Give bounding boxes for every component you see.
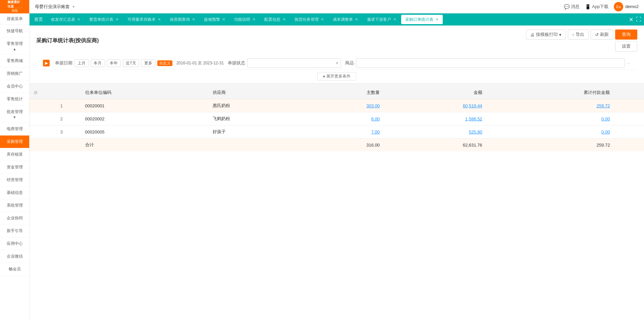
sidebar-search[interactable]: 搜索菜单 bbox=[0, 13, 29, 25]
date-btn-more[interactable]: 更多 bbox=[141, 59, 155, 67]
data-table-container: ⚙ 往来单位编码 供应商 主数量 金额 累计付款金额 1 bbox=[30, 86, 644, 321]
sidebar-item-member[interactable]: 会员中心 bbox=[0, 80, 29, 93]
status-label: 单据状态 bbox=[228, 60, 245, 66]
data-table: ⚙ 往来单位编码 供应商 主数量 金额 累计付款金额 1 bbox=[30, 86, 644, 151]
sidebar-item-inventory[interactable]: 库存核算 bbox=[0, 148, 29, 161]
print-button[interactable]: 🖨 按模板打印 ▾ bbox=[526, 30, 566, 40]
search-menu-label[interactable]: 搜索菜单 bbox=[2, 16, 27, 22]
message-button[interactable]: 💬 消息 bbox=[564, 4, 580, 10]
row3-gear bbox=[30, 125, 42, 139]
tab-collect-close[interactable]: ✕ bbox=[77, 17, 80, 22]
row1-paid[interactable]: 259.72 bbox=[486, 99, 614, 112]
tab-overstock[interactable]: 超储预警 ✕ bbox=[200, 15, 229, 24]
tab-overstock-close[interactable]: ✕ bbox=[222, 17, 225, 22]
footer-gear bbox=[30, 139, 42, 152]
refresh-button[interactable]: ↺ 刷新 bbox=[591, 30, 613, 40]
row3-amount[interactable]: 525.80 bbox=[384, 125, 486, 139]
custom-tag: 自定义 bbox=[157, 60, 172, 66]
row3-paid[interactable]: 0.00 bbox=[486, 125, 614, 139]
settings-button[interactable]: 设置 bbox=[615, 41, 637, 52]
sidebar-item-quick-nav[interactable]: 快捷导航 bbox=[0, 25, 29, 38]
app-logo: 畅捷通好生意 标版 bbox=[0, 0, 29, 13]
tab-expiry-label: 保质期查询 bbox=[170, 17, 190, 22]
app-label: App下载 bbox=[592, 4, 608, 10]
tab-goods-stat-close[interactable]: ✕ bbox=[115, 17, 119, 22]
row1-qty[interactable]: 303.00 bbox=[304, 99, 384, 112]
sidebar-item-ops[interactable]: 经营管理 bbox=[0, 174, 29, 186]
tab-stock-book-label: 可用量库存账本 bbox=[127, 17, 156, 22]
user-area[interactable]: Ea demo2 bbox=[614, 2, 639, 11]
tab-cost-adj[interactable]: 成本调整单 ✕ bbox=[329, 15, 362, 24]
tab-pick-task-label: 拣货任务管理 bbox=[294, 17, 319, 22]
sidebar-item-retail-mall[interactable]: 零售商城 bbox=[0, 55, 29, 67]
tab-cost-adj-close[interactable]: ✕ bbox=[355, 17, 358, 22]
tab-pick-task-close[interactable]: ✕ bbox=[321, 17, 324, 22]
row2-supplier: 飞鹤奶粉 bbox=[209, 112, 304, 125]
row1-extra bbox=[614, 99, 644, 112]
tab-invite[interactable]: 邀请下游客户 ✕ bbox=[363, 15, 400, 24]
sidebar-item-enterprise[interactable]: 企业协同 bbox=[0, 212, 29, 225]
export-button[interactable]: ↑ 导出 bbox=[568, 30, 589, 40]
row2-qty[interactable]: 6.00 bbox=[304, 112, 384, 125]
tab-invite-close[interactable]: ✕ bbox=[393, 17, 396, 22]
tab-stock-book[interactable]: 可用量库存账本 ✕ bbox=[123, 15, 165, 24]
tab-bar: 首页 收发存汇总表 ✕ 要货单统计表 ✕ 可用量库存账本 ✕ 保质期查询 ✕ 超… bbox=[30, 13, 644, 25]
sidebar-item-purchase[interactable]: 采购管理 bbox=[0, 136, 29, 148]
goods-more-icon[interactable]: ··· bbox=[627, 61, 631, 66]
col-num-header bbox=[42, 86, 81, 99]
date-btn-this-year[interactable]: 本年 bbox=[107, 59, 121, 67]
date-btn-7days[interactable]: 近7天 bbox=[123, 59, 139, 67]
top-bar: 母婴行业演示账套 ▾ 💬 消息 📱 App下载 Ea demo2 bbox=[30, 0, 644, 13]
sidebar-item-finance[interactable]: 资金管理 bbox=[0, 161, 29, 174]
expand-filters-button[interactable]: ▾ 展开更多条件 bbox=[317, 72, 356, 81]
footer-label: 合计 bbox=[81, 139, 304, 152]
tab-home[interactable]: 首页 bbox=[31, 16, 46, 22]
username[interactable]: demo2 bbox=[625, 4, 639, 9]
date-btn-last-month[interactable]: 上月 bbox=[74, 59, 89, 67]
sidebar-item-retail-stat[interactable]: 零售统计 bbox=[0, 93, 29, 106]
row2-amount[interactable]: 1,586.52 bbox=[384, 112, 486, 125]
app-download-button[interactable]: 📱 App下载 bbox=[585, 4, 608, 10]
tab-stock-book-close[interactable]: ✕ bbox=[158, 17, 161, 22]
query-button[interactable]: 查询 bbox=[615, 30, 637, 40]
row3-qty[interactable]: 7.00 bbox=[304, 125, 384, 139]
row1-amount[interactable]: 60,519.44 bbox=[384, 99, 486, 112]
filter-goods: 商品 ··· bbox=[345, 58, 631, 68]
sidebar-item-ecom[interactable]: 电商管理 bbox=[0, 123, 29, 136]
tab-collect-label: 收发存汇总表 bbox=[51, 17, 75, 22]
table-gear-icon[interactable]: ⚙ bbox=[34, 90, 38, 95]
tab-goods-stat[interactable]: 要货单统计表 ✕ bbox=[85, 15, 123, 24]
status-select[interactable]: ▾ bbox=[247, 58, 341, 68]
tab-config[interactable]: 配置信息 ✕ bbox=[260, 15, 290, 24]
goods-input[interactable] bbox=[356, 58, 625, 68]
tab-config-label: 配置信息 bbox=[264, 17, 280, 22]
col-qty-header: 主数量 bbox=[304, 86, 384, 99]
tab-help[interactable]: 功能说明 ✕ bbox=[230, 15, 260, 24]
tab-expand-button[interactable]: ⛶ bbox=[636, 16, 641, 22]
logo-sub: 标版 bbox=[12, 9, 18, 13]
sidebar-item-wechat[interactable]: 企业微信 bbox=[0, 250, 29, 263]
tab-expiry-close[interactable]: ✕ bbox=[192, 17, 195, 22]
row1-gear bbox=[30, 99, 42, 112]
sidebar-item-marketing[interactable]: 营销推广 bbox=[0, 67, 29, 80]
row2-paid[interactable]: 0.00 bbox=[486, 112, 614, 125]
tab-close-all-button[interactable]: ✕ bbox=[629, 16, 633, 23]
tab-collect[interactable]: 收发存汇总表 ✕ bbox=[47, 15, 85, 24]
tab-purchase-stat[interactable]: 采购订单统计表 ✕ bbox=[401, 15, 443, 24]
sidebar-item-basic[interactable]: 基础信息 bbox=[0, 186, 29, 199]
filter-toggle-button[interactable]: ▶ bbox=[43, 60, 50, 66]
tab-help-close[interactable]: ✕ bbox=[252, 17, 256, 22]
date-btn-this-month[interactable]: 本月 bbox=[91, 59, 105, 67]
account-dropdown[interactable]: 母婴行业演示账套 bbox=[35, 4, 70, 10]
sidebar-item-retail[interactable]: 零售管理 ▲ bbox=[0, 38, 29, 55]
sidebar-item-new-guide[interactable]: 新手引导 bbox=[0, 225, 29, 237]
tab-expiry[interactable]: 保质期查询 ✕ bbox=[166, 15, 199, 24]
sidebar-item-wholesale[interactable]: 批发管理 ▼ bbox=[0, 106, 29, 123]
sidebar-item-system[interactable]: 系统管理 bbox=[0, 199, 29, 212]
tab-pick-task[interactable]: 拣货任务管理 ✕ bbox=[290, 15, 328, 24]
sidebar-item-vip[interactable]: 畅会员 bbox=[0, 263, 29, 276]
tab-config-close[interactable]: ✕ bbox=[282, 17, 286, 22]
col-code-header: 往来单位编码 bbox=[81, 86, 209, 99]
tab-purchase-stat-close[interactable]: ✕ bbox=[435, 17, 439, 22]
sidebar-item-app-center[interactable]: 应用中心 bbox=[0, 237, 29, 250]
